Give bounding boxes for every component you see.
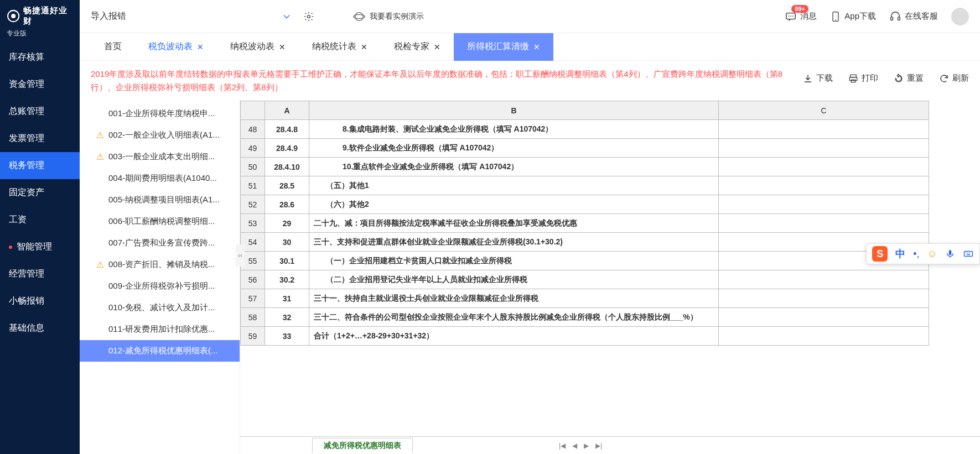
sheet-nav-last[interactable]: ▶| <box>593 442 604 450</box>
cell-c[interactable] <box>719 120 929 139</box>
cell-a[interactable]: 32 <box>265 308 309 327</box>
sidebar-item-2[interactable]: 总账管理 <box>0 98 80 125</box>
support-button[interactable]: 在线客服 <box>889 11 938 23</box>
sheet-nav-first[interactable]: |◀ <box>557 442 568 450</box>
cell-a[interactable]: 28.4.10 <box>265 158 309 176</box>
tab-4[interactable]: 税检专家✕ <box>381 33 454 61</box>
tree-item-0[interactable]: 001-企业所得税年度纳税申... <box>80 103 240 124</box>
app-download-button[interactable]: App下载 <box>830 11 876 23</box>
sidebar-item-1[interactable]: 资金管理 <box>0 71 80 98</box>
tree-item-4[interactable]: 005-纳税调整项目明细表(A1... <box>80 189 240 211</box>
cell-a[interactable]: 33 <box>265 327 309 346</box>
sidebar-item-6[interactable]: 工资 <box>0 206 80 233</box>
cell-c[interactable] <box>719 195 929 214</box>
row-header[interactable]: 57 <box>241 289 265 308</box>
cell-b[interactable]: （一）企业招用建档立卡贫困人口就业扣减企业所得税 <box>309 252 719 270</box>
sidebar-item-4[interactable]: 税务管理 <box>0 152 80 179</box>
tree-item-7[interactable]: ⚠008-资产折旧、摊销及纳税... <box>80 254 240 275</box>
tree-item-8[interactable]: 009-企业所得税弥补亏损明... <box>80 275 240 297</box>
print-button[interactable]: 打印 <box>848 73 878 84</box>
cell-a[interactable]: 30.1 <box>265 252 309 270</box>
cell-a[interactable]: 28.4.8 <box>265 120 309 139</box>
col-header-c[interactable]: C <box>719 101 929 120</box>
row-header[interactable]: 50 <box>241 158 265 176</box>
tree-item-2[interactable]: ⚠003-一般企业成本支出明细... <box>80 146 240 168</box>
cell-b[interactable]: 三十一、扶持自主就业退役士兵创业就业企业限额减征企业所得税 <box>309 289 719 308</box>
cell-b[interactable]: （六）其他2 <box>309 195 719 214</box>
messages-button[interactable]: 99+ 消息 <box>785 11 817 23</box>
cell-b[interactable]: （二）企业招用登记失业半年以上人员就业扣减企业所得税 <box>309 270 719 289</box>
row-header[interactable]: 49 <box>241 139 265 158</box>
gear-icon[interactable] <box>303 11 314 22</box>
row-header[interactable]: 56 <box>241 270 265 289</box>
tab-3[interactable]: 纳税统计表✕ <box>299 33 381 61</box>
col-header-b[interactable]: B <box>309 101 719 120</box>
sheet-nav-next[interactable]: ▶ <box>582 442 591 450</box>
sidebar-item-10[interactable]: 基础信息 <box>0 315 80 342</box>
tab-2[interactable]: 纳税波动表✕ <box>217 33 299 61</box>
tab-1[interactable]: 税负波动表✕ <box>135 33 217 61</box>
ime-punct-icon[interactable]: •, <box>913 248 919 260</box>
close-icon[interactable]: ✕ <box>533 43 540 51</box>
cell-b[interactable]: 二十九、减：项目所得额按法定税率减半征收企业所得税叠加享受减免税优惠 <box>309 214 719 233</box>
sidebar-item-5[interactable]: 固定资产 <box>0 179 80 206</box>
row-header[interactable]: 58 <box>241 308 265 327</box>
ime-keyboard-icon[interactable] <box>963 249 974 259</box>
cell-b[interactable]: 三十二、符合条件的公司型创投企业按照企业年末个人股东持股比例减免企业所得税（个人… <box>309 308 719 327</box>
tree-item-11[interactable]: 012-减免所得税优惠明细表(... <box>80 340 240 362</box>
ime-mic-icon[interactable] <box>945 249 955 259</box>
row-header[interactable]: 52 <box>241 195 265 214</box>
close-icon[interactable]: ✕ <box>279 43 286 51</box>
cell-a[interactable]: 31 <box>265 289 309 308</box>
cell-c[interactable] <box>719 289 929 308</box>
reset-button[interactable]: 重置 <box>894 73 924 84</box>
spreadsheet[interactable]: A B C 4828.4.88.集成电路封装、测试企业减免企业所得税（填写 A1… <box>240 101 980 436</box>
sidebar-item-8[interactable]: 经营管理 <box>0 260 80 288</box>
avatar[interactable] <box>951 8 969 25</box>
sidebar-item-7[interactable]: 智能管理 <box>0 233 80 260</box>
cell-b[interactable]: 9.软件企业减免企业所得税（填写 A107042） <box>309 139 719 158</box>
collapse-handle[interactable]: ‹‹ <box>236 244 245 267</box>
cell-a[interactable]: 30.2 <box>265 270 309 289</box>
download-button[interactable]: 下载 <box>803 73 833 84</box>
cell-a[interactable]: 29 <box>265 214 309 233</box>
row-header[interactable]: 51 <box>241 176 265 195</box>
cell-c[interactable] <box>719 139 929 158</box>
cell-a[interactable]: 28.6 <box>265 195 309 214</box>
col-header-a[interactable]: A <box>265 101 309 120</box>
chevron-down-icon[interactable] <box>281 11 292 22</box>
ime-lang[interactable]: 中 <box>895 247 905 260</box>
cell-c[interactable] <box>719 176 929 195</box>
tree-item-3[interactable]: 004-期间费用明细表(A1040... <box>80 168 240 189</box>
sheet-nav-prev[interactable]: ◀ <box>570 442 579 450</box>
row-header[interactable]: 48 <box>241 120 265 139</box>
tree-item-6[interactable]: 007-广告费和业务宣传费跨... <box>80 232 240 254</box>
cell-c[interactable] <box>719 214 929 233</box>
close-icon[interactable]: ✕ <box>361 43 367 51</box>
cell-c[interactable] <box>719 308 929 327</box>
sidebar-item-9[interactable]: 小畅报销 <box>0 288 80 315</box>
cell-b[interactable]: （五）其他1 <box>309 176 719 195</box>
tree-item-1[interactable]: ⚠002-一般企业收入明细表(A1... <box>80 124 240 146</box>
tab-5[interactable]: 所得税汇算清缴✕ <box>454 33 553 61</box>
cell-b[interactable]: 10.重点软件企业减免企业所得税（填写 A107042） <box>309 158 719 176</box>
cell-b[interactable]: 合计（1+2+…+28-29+30+31+32） <box>309 327 719 346</box>
cell-a[interactable]: 28.5 <box>265 176 309 195</box>
tree-item-5[interactable]: 006-职工薪酬纳税调整明细... <box>80 211 240 232</box>
cell-a[interactable]: 28.4.9 <box>265 139 309 158</box>
tab-0[interactable]: 首页 <box>91 33 135 61</box>
cell-c[interactable] <box>719 327 929 346</box>
demo-link[interactable]: 我要看实例演示 <box>353 11 424 23</box>
ime-bar[interactable]: S 中 •, ☺ <box>866 243 980 264</box>
row-header[interactable]: 53 <box>241 214 265 233</box>
cell-c[interactable] <box>719 270 929 289</box>
close-icon[interactable]: ✕ <box>434 43 440 51</box>
tree-item-10[interactable]: 011-研发费用加计扣除优惠... <box>80 319 240 340</box>
close-icon[interactable]: ✕ <box>197 43 204 51</box>
tree-item-9[interactable]: 010-免税、减计收入及加计... <box>80 297 240 319</box>
cell-b[interactable]: 8.集成电路封装、测试企业减免企业所得税（填写 A107042） <box>309 120 719 139</box>
ime-emoji-icon[interactable]: ☺ <box>927 248 937 260</box>
cell-c[interactable] <box>719 158 929 176</box>
cell-b[interactable]: 三十、支持和促进重点群体创业就业企业限额减征企业所得税(30.1+30.2) <box>309 233 719 252</box>
sidebar-item-3[interactable]: 发票管理 <box>0 125 80 152</box>
